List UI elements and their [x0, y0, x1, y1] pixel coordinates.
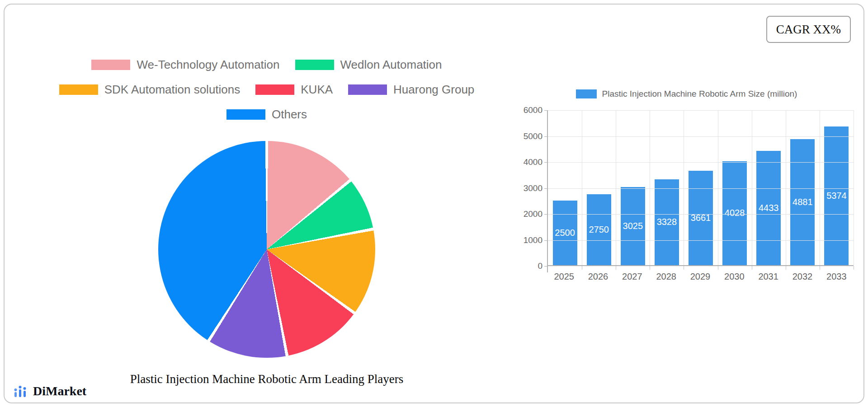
- legend-label: Huarong Group: [393, 83, 474, 97]
- bar-2029: 3661: [689, 171, 713, 265]
- legend-swatch: [255, 84, 294, 95]
- bar-slot: 4881: [786, 110, 820, 265]
- gridline-v: [752, 110, 752, 265]
- x-label: 2032: [785, 271, 819, 282]
- legend-swatch: [59, 84, 98, 95]
- y-axis-tick: [544, 266, 547, 267]
- gridline-h: [548, 110, 854, 111]
- x-label: 2030: [717, 271, 751, 282]
- x-label: 2025: [547, 271, 581, 282]
- bar-value-label: 4881: [793, 197, 813, 207]
- gridline-v: [854, 110, 854, 265]
- pie-legend-item-4: Huarong Group: [348, 83, 474, 97]
- x-label: 2026: [581, 271, 615, 282]
- x-label: 2033: [820, 271, 854, 282]
- bar-slot: 4028: [718, 110, 752, 265]
- gridline-v: [718, 110, 718, 265]
- y-tick-label: 0: [538, 261, 542, 271]
- x-axis-tick: [854, 266, 854, 270]
- legend-swatch: [226, 109, 265, 120]
- y-tick-label: 6000: [524, 105, 542, 115]
- bar-2026: 2750: [587, 194, 611, 265]
- y-tick-label: 5000: [524, 131, 542, 141]
- y-tick-label: 4000: [524, 157, 542, 167]
- bar-series: 250027503025332836614028443348815374: [548, 110, 854, 265]
- legend-label: We-Technology Automation: [137, 58, 279, 72]
- bar-2027: 3025: [621, 187, 645, 265]
- brand-logo: DiMarket: [13, 384, 86, 398]
- bar-2032: 4881: [790, 139, 815, 265]
- y-axis-tick: [544, 162, 547, 163]
- x-axis-tick: [786, 266, 786, 270]
- y-axis-tick: [544, 214, 547, 215]
- report-canvas: CAGR XX% We-Technology AutomationWedlon …: [0, 0, 868, 407]
- gridline-v: [684, 110, 684, 265]
- legend-swatch: [348, 84, 387, 95]
- x-axis-tick: [582, 266, 582, 270]
- legend-label: KUKA: [301, 83, 333, 97]
- bar-value-label: 2750: [589, 225, 609, 235]
- cagr-badge: CAGR XX%: [766, 16, 851, 43]
- bar-value-label: 5374: [826, 191, 847, 201]
- gridline-h: [548, 136, 854, 137]
- pie-legend-item-2: SDK Automation solutions: [59, 83, 241, 97]
- x-axis-tick: [718, 266, 718, 270]
- bar-value-label: 4433: [759, 203, 779, 213]
- pie-chart-title: Plastic Injection Machine Robotic Arm Le…: [130, 372, 403, 386]
- legend-swatch: [295, 60, 334, 70]
- bar-legend-swatch: [576, 89, 597, 98]
- legend-label: SDK Automation solutions: [104, 83, 241, 97]
- bar-chart-icon: [13, 384, 29, 398]
- pie-legend-row: Others: [226, 108, 307, 122]
- pie-legend-item-1: Wedlon Automation: [295, 58, 442, 72]
- gridline-h: [548, 214, 854, 215]
- pie-chart: [158, 141, 375, 358]
- legend-label: Others: [272, 108, 307, 122]
- bar-legend: Plastic Injection Machine Robotic Arm Si…: [518, 89, 855, 99]
- gridline-v: [616, 110, 616, 265]
- x-label: 2028: [649, 271, 683, 282]
- legend-swatch: [91, 60, 130, 70]
- bar-y-axis: 0100020003000400050006000: [518, 110, 547, 266]
- pie-legend: We-Technology AutomationWedlon Automatio…: [59, 58, 475, 122]
- y-axis-tick: [544, 188, 547, 189]
- bar-2033: 5374: [824, 126, 849, 265]
- bar-plot-area: 250027503025332836614028443348815374: [547, 110, 854, 266]
- y-axis-stub: [547, 265, 548, 272]
- bar-2025: 2500: [553, 201, 577, 265]
- pie-legend-row: We-Technology AutomationWedlon Automatio…: [91, 58, 442, 72]
- bar-slot: 4433: [752, 110, 786, 265]
- bar-x-axis-labels: 202520262027202820292030203120322033: [547, 271, 854, 282]
- brand-name: DiMarket: [33, 384, 86, 398]
- bar-chart-panel: Plastic Injection Machine Robotic Arm Si…: [518, 89, 855, 282]
- gridline-v: [786, 110, 786, 265]
- y-tick-label: 3000: [524, 183, 542, 193]
- bar-slot: 3661: [684, 110, 717, 265]
- bar-2028: 3328: [655, 179, 679, 265]
- bar-value-label: 3328: [657, 217, 677, 227]
- bar-slot: 2500: [548, 110, 582, 265]
- bar-slot: 5374: [820, 110, 854, 265]
- legend-label: Wedlon Automation: [340, 58, 442, 72]
- gridline-h: [548, 240, 854, 241]
- x-label: 2031: [751, 271, 785, 282]
- y-axis-tick: [544, 240, 547, 241]
- pie-legend-row: SDK Automation solutionsKUKAHuarong Grou…: [59, 83, 475, 97]
- bar-chart-body: 0100020003000400050006000 25002750302533…: [518, 110, 855, 266]
- pie-legend-item-0: We-Technology Automation: [91, 58, 279, 72]
- bar-slot: 3025: [616, 110, 650, 265]
- bar-slot: 2750: [582, 110, 616, 265]
- gridline-h: [548, 162, 854, 163]
- bar-slot: 3328: [650, 110, 684, 265]
- bar-legend-label: Plastic Injection Machine Robotic Arm Si…: [602, 89, 797, 99]
- pie-legend-item-3: KUKA: [255, 83, 333, 97]
- bar-value-label: 2500: [555, 228, 575, 238]
- gridline-v: [650, 110, 650, 265]
- y-tick-label: 2000: [524, 209, 542, 219]
- x-axis-tick: [820, 266, 820, 270]
- x-label: 2027: [615, 271, 649, 282]
- bar-2031: 4433: [756, 151, 781, 265]
- pie-legend-item-5: Others: [226, 108, 307, 122]
- gridline-h: [548, 188, 854, 189]
- gridline-v: [820, 110, 820, 265]
